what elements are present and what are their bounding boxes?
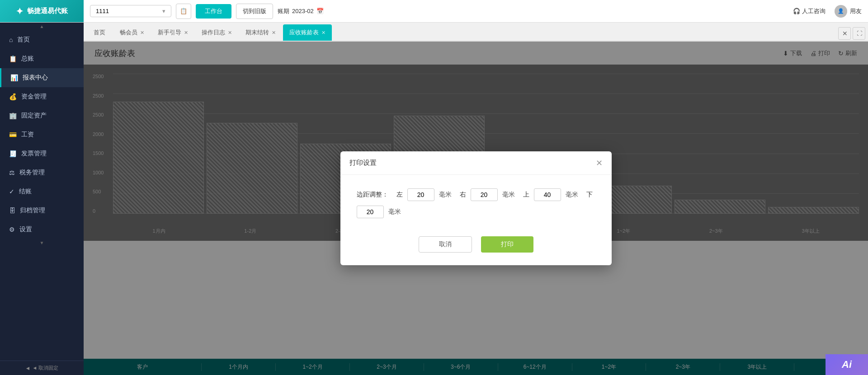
- tab-aging[interactable]: 应收账龄表 ✕: [283, 24, 332, 41]
- sidebar: ▲ ⌂ 首页 📋 总账 📊 报表中心 💰 资金管理 🏢 固定资产 💳 工资 🧾: [0, 23, 84, 375]
- workbench-button[interactable]: 工作台: [196, 4, 231, 19]
- confirm-print-button[interactable]: 打印: [481, 236, 533, 253]
- home-icon: ⌂: [9, 36, 13, 43]
- tab-guide-close[interactable]: ✕: [184, 30, 188, 36]
- tab-aging-close[interactable]: ✕: [321, 30, 326, 36]
- tab-period-close[interactable]: ✕: [272, 30, 276, 36]
- invoice-icon: 🧾: [9, 150, 17, 157]
- archive2-icon: 🗄: [9, 207, 15, 214]
- tab-oplog-close[interactable]: ✕: [228, 30, 232, 36]
- salary-icon: 💳: [9, 131, 17, 138]
- sidebar-collapse[interactable]: ◄ ◄ 取消固定: [0, 361, 84, 375]
- funds-icon: 💰: [9, 93, 17, 100]
- sidebar-item-assets[interactable]: 🏢 固定资产: [0, 106, 84, 125]
- right-unit: 毫米: [502, 191, 515, 199]
- left-label: 左: [396, 191, 403, 199]
- sidebar-item-salary[interactable]: 💳 工资: [0, 125, 84, 144]
- modal-footer: 取消 打印: [340, 232, 612, 265]
- checkout-icon: ✓: [9, 188, 14, 195]
- user-area[interactable]: 👤 用友: [835, 5, 862, 18]
- user-name: 用友: [850, 7, 862, 15]
- bottom-margin-input[interactable]: [357, 206, 384, 218]
- logo-text: 畅捷通易代账: [27, 7, 68, 15]
- sidebar-item-funds[interactable]: 💰 资金管理: [0, 87, 84, 106]
- sidebar-item-ledger[interactable]: 📋 总账: [0, 49, 84, 68]
- modal-title: 打印设置: [349, 159, 377, 167]
- sidebar-scroll-down[interactable]: ▼: [0, 239, 84, 247]
- sidebar-item-archive[interactable]: 🗄 归档管理: [0, 201, 84, 220]
- tab-bar: 首页 畅会员 ✕ 新手引导 ✕ 操作日志 ✕ 期末结转 ✕ 应收账龄表 ✕: [84, 23, 868, 42]
- sidebar-item-checkout[interactable]: ✓ 结账: [0, 182, 84, 201]
- right-label: 右: [460, 191, 466, 199]
- right-margin-input[interactable]: [471, 188, 498, 201]
- sidebar-scroll-up[interactable]: ▲: [0, 23, 84, 30]
- settings-icon: ⚙: [9, 226, 15, 233]
- calendar-icon[interactable]: 📅: [316, 8, 324, 14]
- headset-icon: 🎧: [793, 8, 800, 14]
- ledger-icon: 📋: [9, 55, 17, 62]
- modal-overlay: 打印设置 ✕ 边距调整： 左 毫米 右 毫米 上: [84, 42, 868, 375]
- tab-period[interactable]: 期末结转 ✕: [239, 24, 282, 41]
- sidebar-item-settings[interactable]: ⚙ 设置: [0, 220, 84, 239]
- company-name: 1111: [96, 8, 159, 14]
- ai-badge[interactable]: Ai: [826, 354, 868, 375]
- collapse-icon: ◄: [25, 365, 31, 371]
- archive-btn[interactable]: 📋: [176, 4, 191, 19]
- sidebar-item-home[interactable]: ⌂ 首页: [0, 30, 84, 49]
- tab-close-btn[interactable]: ✕: [838, 27, 851, 40]
- sidebar-item-invoice[interactable]: 🧾 发票管理: [0, 144, 84, 163]
- top-label: 上: [523, 191, 529, 199]
- sidebar-item-reports[interactable]: 📊 报表中心: [0, 68, 84, 87]
- bottom-unit: 毫米: [388, 208, 401, 216]
- dropdown-icon: ▾: [162, 8, 165, 14]
- modal-body: 边距调整： 左 毫米 右 毫米 上 毫米 下 毫: [340, 175, 612, 232]
- left-unit: 毫米: [439, 191, 452, 199]
- archive-icon: 📋: [180, 8, 187, 14]
- tab-home[interactable]: 首页: [86, 24, 113, 41]
- print-settings-modal: 打印设置 ✕ 边距调整： 左 毫米 右 毫米 上: [340, 151, 612, 265]
- tab-maximize-btn[interactable]: ⛶: [853, 27, 865, 40]
- modal-header: 打印设置 ✕: [340, 151, 612, 175]
- support-link[interactable]: 🎧 人工咨询: [793, 7, 826, 15]
- left-margin-input[interactable]: [407, 188, 434, 201]
- avatar: 👤: [835, 5, 847, 18]
- top-unit: 毫米: [566, 191, 578, 199]
- logo: ✦ 畅捷通易代账: [0, 0, 84, 22]
- period-value: 2023-02: [292, 8, 314, 14]
- tab-member-close[interactable]: ✕: [140, 30, 144, 36]
- tax-icon: ⚖: [9, 169, 15, 176]
- logo-icon: ✦: [16, 6, 24, 17]
- cancel-button[interactable]: 取消: [419, 236, 472, 253]
- modal-close-btn[interactable]: ✕: [596, 159, 603, 167]
- company-selector[interactable]: 1111 ▾: [90, 5, 171, 17]
- tab-member[interactable]: 畅会员 ✕: [113, 24, 151, 41]
- bottom-label: 下: [586, 191, 593, 199]
- top-margin-input[interactable]: [534, 188, 561, 201]
- sidebar-item-tax[interactable]: ⚖ 税务管理: [0, 163, 84, 182]
- reports-icon: 📊: [10, 74, 18, 81]
- account-period: 账期 2023-02 📅: [278, 7, 324, 15]
- assets-icon: 🏢: [9, 112, 17, 119]
- margin-label: 边距调整：: [357, 191, 388, 199]
- tab-guide[interactable]: 新手引导 ✕: [151, 24, 194, 41]
- tab-oplog[interactable]: 操作日志 ✕: [195, 24, 238, 41]
- old-version-button[interactable]: 切到旧版: [236, 4, 273, 19]
